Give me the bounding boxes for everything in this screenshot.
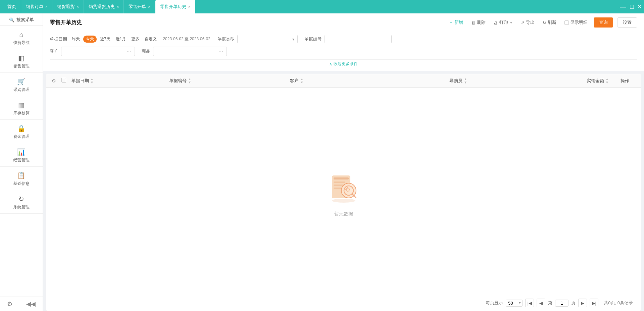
svg-point-0 — [332, 199, 355, 203]
filter-row-1: 单据日期 昨天 今天 近7天 近1月 更多 自定义 2023-06-02 至 2… — [50, 35, 637, 43]
tab-retail-open-history[interactable]: 零售开单历史 × — [155, 0, 195, 13]
print-button[interactable]: 🖨 打印 ▼ — [492, 18, 515, 27]
sort-date-icon: ▲▼ — [90, 77, 94, 84]
print-icon: 🖨 — [494, 20, 498, 25]
page-title-bar: 零售开单历史 ＋ 新增 🗑 删除 🖨 打印 ▼ — [50, 17, 637, 28]
close-tab-sales-order[interactable]: × — [45, 5, 47, 9]
sidebar-search-purchase[interactable]: 🔍 搜索采单 — [0, 13, 43, 26]
close-tab-sales-return[interactable]: × — [77, 5, 79, 9]
tab-home[interactable]: 首页 — [3, 0, 21, 13]
product-input[interactable] — [156, 49, 217, 54]
delete-button[interactable]: 🗑 删除 — [469, 18, 488, 27]
export-icon: ↗ — [521, 20, 525, 25]
collapse-sidebar-icon[interactable]: ◀◀ — [26, 300, 36, 308]
customer-input[interactable] — [64, 49, 125, 54]
col-date[interactable]: 单据日期 ▲▼ — [69, 77, 166, 84]
sidebar-item-system[interactable]: ↻ 系统管理 — [0, 190, 43, 214]
sidebar-bottom: ⚙ ◀◀ — [0, 297, 43, 311]
empty-state: 暂无数据 — [46, 88, 641, 295]
doc-type-label: 单据类型 — [217, 36, 235, 42]
tab-retail-open[interactable]: 零售开单 × — [124, 0, 155, 13]
operations-icon: 📊 — [17, 148, 26, 156]
refresh-icon: ↻ — [543, 20, 546, 25]
pagination-bar: 每页显示 50 100 |◀ ◀ 第 1 页 ▶ ▶| 共0页, 0条记录 — [49, 295, 638, 311]
sort-num-icon: ▲▼ — [188, 77, 191, 84]
col-customer[interactable]: 客户 ▲▼ — [287, 77, 447, 84]
doc-type-select-wrap — [237, 35, 298, 43]
page-size-select[interactable]: 50 100 — [506, 300, 523, 307]
sidebar-item-purchase-mgmt[interactable]: 🛒 采购管理 — [0, 73, 43, 96]
print-dropdown-icon: ▼ — [509, 21, 513, 24]
doc-num-input[interactable] — [325, 35, 392, 43]
settings-button[interactable]: 设置 — [617, 17, 637, 28]
date-yesterday[interactable]: 昨天 — [70, 36, 82, 43]
search-icon: 🔍 — [9, 17, 14, 22]
filter-product: 商品 ··· — [142, 47, 227, 56]
page-prev-btn[interactable]: ◀ — [537, 299, 545, 307]
table-check-all[interactable] — [59, 78, 69, 84]
date-more[interactable]: 更多 — [129, 36, 141, 43]
add-button[interactable]: ＋ 新增 — [447, 18, 465, 27]
export-button[interactable]: ↗ 导出 — [519, 18, 537, 27]
sidebar-item-finance[interactable]: 🔒 资金管理 — [0, 120, 43, 143]
total-info: 共0页, 0条记录 — [604, 300, 633, 306]
sort-guide-icon: ▲▼ — [464, 77, 467, 84]
product-select-btn[interactable]: ··· — [218, 48, 224, 54]
purchase-icon: 🛒 — [17, 77, 26, 86]
window-close-btn[interactable]: × — [638, 3, 641, 10]
window-min-btn[interactable]: — — [620, 3, 626, 10]
page-num-input[interactable]: 1 — [555, 300, 568, 307]
tab-sales-return-history[interactable]: 销货退货历史 × — [84, 0, 124, 13]
date-label: 单据日期 — [50, 36, 67, 42]
page-first-btn[interactable]: |◀ — [525, 299, 534, 307]
window-controls: — □ × — [620, 3, 641, 10]
window-max-btn[interactable]: □ — [630, 3, 634, 10]
sort-customer-icon: ▲▼ — [300, 77, 303, 84]
collapse-filter-bar[interactable]: ∧ 收起更多条件 — [50, 59, 637, 68]
page-next-btn[interactable]: ▶ — [578, 299, 587, 307]
product-label: 商品 — [142, 48, 150, 54]
settings-icon[interactable]: ⚙ — [7, 300, 12, 308]
sidebar-item-sales-mgmt[interactable]: ◧ 销售管理 — [0, 49, 43, 73]
date-7days[interactable]: 近7天 — [98, 36, 112, 43]
product-input-wrap: ··· — [153, 47, 227, 56]
content-area: 零售开单历史 ＋ 新增 🗑 删除 🖨 打印 ▼ — [43, 13, 644, 311]
col-num[interactable]: 单据编号 ▲▼ — [166, 77, 287, 84]
display-detail-toggle[interactable]: 显示明细 — [562, 18, 590, 27]
page-title: 零售开单历史 — [50, 19, 82, 26]
display-detail-checkbox — [564, 20, 569, 25]
query-button[interactable]: 查询 — [594, 17, 613, 28]
collapse-label: 收起更多条件 — [334, 61, 358, 67]
per-page-label: 每页显示 — [486, 300, 503, 306]
page-last-btn[interactable]: ▶| — [590, 299, 598, 307]
toolbar: ＋ 新增 🗑 删除 🖨 打印 ▼ ↗ 导出 — [447, 17, 637, 28]
close-tab-retail-open[interactable]: × — [148, 5, 150, 9]
table-settings-icon[interactable]: ⚙ — [49, 78, 59, 84]
close-tab-retail-open-history[interactable]: × — [188, 5, 190, 9]
close-tab-sales-return-history[interactable]: × — [117, 5, 119, 9]
col-amount[interactable]: 实销金额 ▲▼ — [529, 77, 611, 84]
refresh-button[interactable]: ↻ 刷新 — [541, 18, 558, 27]
col-guide[interactable]: 导购员 ▲▼ — [447, 77, 529, 84]
date-today[interactable]: 今天 — [83, 36, 97, 43]
check-all-checkbox — [61, 78, 66, 83]
customer-select-btn[interactable]: ··· — [127, 48, 132, 54]
sidebar-item-quick-nav[interactable]: ⌂ 快捷导航 — [0, 26, 43, 49]
sidebar-item-inventory[interactable]: ▦ 库存核算 — [0, 96, 43, 120]
sidebar-item-basic-info[interactable]: 📋 基础信息 — [0, 167, 43, 190]
add-icon: ＋ — [449, 19, 453, 25]
sidebar: 🔍 搜索采单 ⌂ 快捷导航 ◧ 销售管理 🛒 采购管理 ▦ 库存核算 🔒 资金管… — [0, 13, 43, 311]
tab-sales-order[interactable]: 销售订单 × — [21, 0, 52, 13]
page-size-wrap: 50 100 — [506, 300, 523, 307]
page-label-pre: 第 — [548, 300, 552, 306]
tab-sales-return[interactable]: 销货退货 × — [52, 0, 84, 13]
date-custom[interactable]: 自定义 — [143, 36, 159, 43]
page-label-post: 页 — [571, 300, 576, 306]
sidebar-item-operations[interactable]: 📊 经营管理 — [0, 143, 43, 167]
date-1month[interactable]: 近1月 — [114, 36, 128, 43]
filter-area: 单据日期 昨天 今天 近7天 近1月 更多 自定义 2023-06-02 至 2… — [50, 32, 637, 71]
main-layout: 🔍 搜索采单 ⌂ 快捷导航 ◧ 销售管理 🛒 采购管理 ▦ 库存核算 🔒 资金管… — [0, 13, 644, 311]
finance-icon: 🔒 — [17, 124, 26, 133]
sort-amount-icon: ▲▼ — [605, 77, 609, 84]
doc-type-select[interactable] — [237, 35, 298, 43]
